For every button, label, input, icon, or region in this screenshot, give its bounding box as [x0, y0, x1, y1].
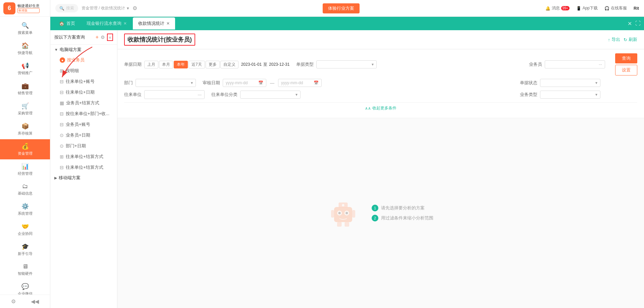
base-icon: 🗂	[22, 183, 28, 190]
collapse-bar[interactable]: ∧∧ 收起更多条件	[124, 102, 637, 114]
tabbar: 🏠 首页 现金银行流水查询 ✕ 收款情况统计 ✕ ✕ ⛶	[50, 17, 644, 30]
filter-salesman-item: 业务员 ···	[529, 60, 605, 68]
scheme-item-partner-date[interactable]: ⊟ 往来单位+日期	[50, 87, 117, 98]
filter-date-item: 单据日期 上月 本月 本年 近7天 更多 自定义 2023-01-01 至	[124, 61, 289, 68]
online-service-btn[interactable]: 🎧 在线客服	[604, 5, 627, 11]
scheme-item-partner-dept[interactable]: ⊟ 按往来单位+部门+收...	[50, 108, 117, 119]
svg-point-10	[345, 212, 348, 214]
tab-home[interactable]: 🏠 首页	[54, 17, 80, 30]
scheme-item-detail[interactable]: ⊞ 按明细	[50, 65, 117, 76]
tab-close-receipt[interactable]: ✕	[166, 21, 170, 26]
filter-doctype-item: 单据类型 ▾	[296, 60, 377, 68]
app-download-btn[interactable]: 📱 App下载	[576, 5, 598, 11]
svg-rect-4	[352, 210, 355, 218]
gear-icon[interactable]: ⚙	[132, 5, 137, 11]
finance-icon: 💰	[21, 143, 29, 150]
quicknav-icon: 🏠	[21, 42, 29, 49]
user-avatar[interactable]: Rit	[634, 6, 639, 11]
table-icon-3: ⊟	[60, 111, 64, 116]
system-icon: ⚙️	[21, 203, 29, 210]
scheme-item-partner-account[interactable]: ⊟ 往来单位+账号	[50, 76, 117, 87]
scheme-add-icon[interactable]: +	[96, 34, 99, 40]
svg-point-9	[338, 212, 341, 214]
sidebar-item-inventory[interactable]: 📦 库存核算	[0, 119, 50, 139]
scheme-item-salesman[interactable]: ● 按业务员	[50, 55, 117, 65]
date-tab-this-month[interactable]: 本月	[159, 61, 173, 68]
sidebar-item-system[interactable]: ⚙️ 系统管理	[0, 199, 50, 219]
page-header: 收款情况统计(按业务员) ↑ 导出 ↻ 刷新	[117, 30, 644, 49]
table-icon-4: ⊟	[60, 122, 64, 127]
sidebar-item-marketing[interactable]: 📢 营销推广	[0, 59, 50, 79]
export-btn[interactable]: ↑ 导出	[608, 37, 621, 43]
scheme-item-salesman-date[interactable]: ⊙ 业务员+日期	[50, 130, 117, 141]
biztype-select[interactable]: ▾	[540, 91, 600, 99]
date-tab-this-year[interactable]: 本年	[174, 61, 188, 68]
review-date-to[interactable]: yyyy-mm-dd 📅	[278, 79, 322, 87]
review-date-from[interactable]: yyyy-mm-dd 📅	[223, 79, 266, 87]
tab-close-bank[interactable]: ✕	[123, 21, 127, 26]
scheme-item-salesman-settle[interactable]: ▦ 业务员+结算方式	[50, 98, 117, 108]
scheme-item-salesman-account[interactable]: ⊟ 业务员+账号	[50, 119, 117, 130]
scheme-item-dept-date[interactable]: ⊙ 部门+日期	[50, 141, 117, 151]
right-panel: 收款情况统计(按业务员) ↑ 导出 ↻ 刷新	[117, 30, 644, 308]
headset-icon: 🎧	[604, 6, 609, 11]
dept-select[interactable]: ▾	[136, 79, 196, 87]
scheme-collapse-icon[interactable]: «	[107, 34, 113, 41]
refresh-btn[interactable]: ↻ 刷新	[624, 37, 637, 43]
docstatus-select[interactable]: ▾	[540, 79, 600, 87]
scheme-header: 按以下方案查询 + ⚙ «	[50, 30, 117, 45]
trial-btn[interactable]: 体验行业方案	[323, 3, 360, 13]
filter-area: 单据日期 上月 本月 本年 近7天 更多 自定义 2023-01-01 至	[117, 49, 644, 118]
query-btn[interactable]: 查询	[615, 53, 637, 63]
hardware-icon: 🖥	[22, 263, 28, 270]
date-tab-custom[interactable]: 自定义	[220, 61, 238, 68]
empty-tip-1: 1 请先选择要分析的方案	[372, 205, 433, 211]
sidebar-item-cooperation[interactable]: 🤝 企业协同	[0, 219, 50, 240]
more-icon: ···	[599, 62, 602, 67]
tab-maximize-icon[interactable]: ⛶	[635, 20, 641, 27]
tab-close-all-icon[interactable]: ✕	[628, 20, 632, 27]
doctype-select[interactable]: ▾	[316, 60, 377, 68]
sidebar-item-base[interactable]: 🗂 基础信息	[0, 179, 50, 199]
sidebar-item-guide[interactable]: 🎓 新手引导	[0, 240, 50, 260]
notification-btn[interactable]: 🔔 消息 99+	[545, 5, 570, 11]
sidebar-item-search[interactable]: 🔍 搜索菜单	[0, 18, 50, 39]
scheme-item-partner-settle-1[interactable]: ⊞ 往来单位+结算方式	[50, 151, 117, 162]
sidebar-item-quicknav[interactable]: 🏠 快捷导航	[0, 39, 50, 59]
sidebar-item-purchase[interactable]: 🛒 采购管理	[0, 99, 50, 119]
sidebar-item-wechat[interactable]: 💬 企业微信	[0, 279, 50, 295]
settings-footer-icon[interactable]: ⚙	[11, 298, 16, 305]
logo-badge: 标准版	[17, 8, 40, 13]
scheme-settings-icon[interactable]: ⚙	[101, 35, 105, 40]
sidebar: 6 畅捷通好生意 标准版 🔍 搜索菜单 🏠 快捷导航 📢 营销推广 💼 销售管理…	[0, 0, 50, 308]
filter-dept-item: 部门 ▾	[124, 79, 196, 87]
scheme-section-mobile-header[interactable]: ▶ 移动端方案	[50, 173, 117, 183]
salesman-select[interactable]: ···	[545, 60, 605, 68]
svg-point-2	[342, 204, 344, 206]
guide-icon: 🎓	[21, 243, 29, 250]
top-search[interactable]: 🔍 搜索	[55, 4, 78, 12]
partner-category-select[interactable]: ▾	[240, 91, 301, 99]
refresh-icon: ↻	[624, 37, 627, 42]
chevron-down-icon: ▾	[127, 6, 129, 11]
date-tab-last-month[interactable]: 上月	[144, 61, 158, 68]
date-range-display: 2023-01-01 至 2023-12-31	[241, 62, 290, 67]
settings-btn[interactable]: 设置	[615, 65, 637, 75]
tab-bank-flow[interactable]: 现金银行流水查询 ✕	[81, 17, 132, 30]
more-icon-partner: ···	[198, 92, 202, 97]
date-tab-more[interactable]: 更多	[206, 61, 220, 68]
sidebar-item-operation[interactable]: 📊 经营管理	[0, 159, 50, 179]
sidebar-item-hardware[interactable]: 🖥 智能硬件	[0, 260, 50, 279]
table-icon-1: ⊟	[60, 79, 64, 84]
sidebar-nav: 🔍 搜索菜单 🏠 快捷导航 📢 营销推广 💼 销售管理 🛒 采购管理 📦 库存核…	[0, 17, 50, 295]
sidebar-item-finance[interactable]: 💰 资金管理	[0, 139, 50, 159]
scheme-section-desktop-header[interactable]: ▼ 电脑端方案	[50, 45, 117, 55]
partner-select[interactable]: ···	[144, 90, 205, 99]
home-icon: 🏠	[59, 21, 64, 26]
scheme-item-partner-settle-2[interactable]: ⊟ 往来单位+结算方式	[50, 162, 117, 173]
sidebar-item-sales[interactable]: 💼 销售管理	[0, 79, 50, 99]
tab-receipt-stats[interactable]: 收款情况统计 ✕	[133, 17, 175, 30]
collapse-footer-icon[interactable]: ◀◀	[31, 298, 39, 305]
filter-row-2: 部门 ▾ 审核日期 yyyy-mm-dd 📅 —	[124, 79, 637, 87]
date-tab-7days[interactable]: 近7天	[189, 61, 205, 68]
